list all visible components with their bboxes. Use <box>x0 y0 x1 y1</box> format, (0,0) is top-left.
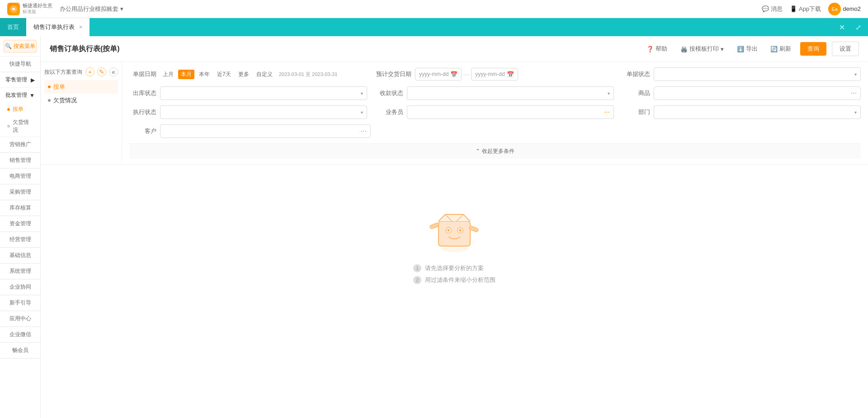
sidebar-item-order[interactable]: 按单 <box>0 103 40 116</box>
expected-date-start[interactable]: yyyy-mm-dd 📅 <box>415 68 462 81</box>
export-label: 导出 <box>746 45 758 53</box>
expected-date-end-text: yyyy-mm-dd <box>475 71 505 77</box>
sidebar-item-basic-info[interactable]: 基础信息 <box>0 248 40 264</box>
stock-calc-label: 库存核算 <box>9 204 31 211</box>
expected-date-start-text: yyyy-mm-dd <box>419 71 448 77</box>
add-scheme-button[interactable]: + <box>85 67 94 76</box>
date-btn-last-month[interactable]: 上月 <box>160 70 176 79</box>
tab-close-icon[interactable]: × <box>79 24 82 30</box>
sidebar-item-marketing[interactable]: 营销推广 <box>0 137 40 153</box>
finance-mgmt-label: 资金管理 <box>9 220 31 227</box>
app-download-button[interactable]: 📱 App下载 <box>790 5 821 13</box>
sidebar-item-purchase-mgmt[interactable]: 采购管理 <box>0 185 40 200</box>
tab-home[interactable]: 首页 <box>0 18 26 36</box>
collapse-up-icon: ⌃ <box>476 148 480 154</box>
out-stock-status-field: 出库状态 ▾ <box>129 86 367 100</box>
debt-dot-icon <box>7 125 10 128</box>
home-tab-label: 首页 <box>7 23 19 31</box>
settings-button[interactable]: 设置 <box>832 42 859 56</box>
svg-rect-7 <box>429 223 439 229</box>
page-header-actions: ❓ 帮助 🖨️ 按模板打印 ▾ ⬇️ 导出 🔄 刷新 <box>643 42 859 56</box>
sidebar-item-app-center[interactable]: 应用中心 <box>0 311 40 327</box>
app-name: 畅捷通好生意 <box>23 3 52 9</box>
expected-date-label: 预计交货日期 <box>376 70 411 78</box>
app-subtitle: 标准版 <box>23 9 52 15</box>
scheme-item-debt[interactable]: 欠货情况 <box>44 94 118 107</box>
date-range-text: 2023-03-01 至 2023-03-31 <box>279 71 338 78</box>
logo-text-area: 畅捷通好生意 标准版 <box>23 3 52 15</box>
header-left: 畅捷通好生意 标准版 办公用品行业模拟账套 ▾ <box>7 3 127 15</box>
collapse-scheme-button[interactable]: « <box>109 67 118 76</box>
sidebar-item-debt[interactable]: 欠货情况 <box>0 116 40 137</box>
sidebar-item-stock-calc[interactable]: 库存核算 <box>0 200 40 216</box>
receipt-status-select[interactable]: ▾ <box>407 86 614 100</box>
sidebar-item-enterprise-collab[interactable]: 企业协同 <box>0 280 40 295</box>
content-area: 销售订单执行表(按单) ❓ 帮助 🖨️ 按模板打印 ▾ ⬇️ 导出 <box>41 36 868 418</box>
search-menu-label: 搜索菜单 <box>14 43 35 50</box>
search-button[interactable]: 查询 <box>800 42 826 56</box>
status-select[interactable]: ▾ <box>654 67 861 81</box>
date-btn-this-year[interactable]: 本年 <box>196 70 212 79</box>
close-window-icon[interactable]: ✕ <box>835 21 848 33</box>
collapse-bar[interactable]: ⌃ 收起更多条件 <box>129 143 861 159</box>
salesperson-select[interactable]: ··· <box>407 105 614 119</box>
industry-selector[interactable]: 办公用品行业模拟账套 ▾ <box>56 5 127 13</box>
order-dot-icon <box>7 108 10 111</box>
sidebar-item-newcomer[interactable]: 新手引导 <box>0 295 40 311</box>
sidebar-item-sys-mgmt[interactable]: 系统管理 <box>0 264 40 280</box>
search-menu-button[interactable]: 🔍 搜索菜单 <box>4 40 37 52</box>
industry-arrow-icon: ▾ <box>120 5 123 12</box>
sidebar-item-ops-mgmt[interactable]: 经营管理 <box>0 232 40 248</box>
scheme-item-order[interactable]: 按单 <box>44 80 118 94</box>
department-select[interactable]: ▾ <box>654 105 861 119</box>
logo-area: 畅捷通好生意 标准版 <box>7 3 52 15</box>
header-right: 💬 消息 📱 App下载 Ea demo2 <box>762 3 861 15</box>
user-profile[interactable]: Ea demo2 <box>828 3 861 15</box>
exec-status-select[interactable]: ▾ <box>160 105 367 119</box>
scheme-label-order: 按单 <box>53 83 65 91</box>
status-chevron-icon: ▾ <box>854 72 857 77</box>
salesperson-more-icon[interactable]: ··· <box>604 108 610 116</box>
sidebar-item-enterprise-wechat[interactable]: 企业微信 <box>0 327 40 343</box>
page-title: 销售订单执行表(按单) <box>50 44 120 54</box>
tip-1-text: 请先选择要分析的方案 <box>425 264 484 272</box>
sidebar-item-retail-mgmt[interactable]: 零售管理 ▶ <box>0 72 40 88</box>
sidebar: 🔍 搜索菜单 快捷导航 零售管理 ▶ 批发管理 ▼ 按单 <box>0 36 41 418</box>
product-more-icon[interactable]: ··· <box>851 89 857 97</box>
export-button[interactable]: ⬇️ 导出 <box>733 43 761 55</box>
customer-select[interactable]: ··· <box>160 124 371 138</box>
refresh-button[interactable]: 🔄 刷新 <box>767 43 795 55</box>
top-header: 畅捷通好生意 标准版 办公用品行业模拟账套 ▾ 💬 消息 📱 App下载 Ea … <box>0 0 868 18</box>
retail-mgmt-arrow-icon: ▶ <box>31 77 35 83</box>
scheme-dot-order <box>48 86 51 88</box>
customer-more-icon[interactable]: ··· <box>361 127 367 135</box>
maximize-icon[interactable]: ⤢ <box>852 21 864 33</box>
date-btn-more[interactable]: 更多 <box>236 70 252 79</box>
sidebar-item-sales-mgmt[interactable]: 销售管理 <box>0 153 40 169</box>
sidebar-item-ecomm-mgmt[interactable]: 电商管理 <box>0 169 40 185</box>
message-button[interactable]: 💬 消息 <box>762 5 783 13</box>
exec-status-field: 执行状态 ▾ <box>129 105 367 119</box>
marketing-label: 营销推广 <box>9 141 31 147</box>
sidebar-item-quick-nav[interactable]: 快捷导航 <box>0 57 40 72</box>
sidebar-item-finance-mgmt[interactable]: 资金管理 <box>0 216 40 232</box>
scheme-label-debt: 欠货情况 <box>53 96 77 104</box>
date-btn-last-7[interactable]: 近7天 <box>214 70 234 79</box>
basic-info-label: 基础信息 <box>9 252 31 258</box>
help-button[interactable]: ❓ 帮助 <box>643 43 671 55</box>
sidebar-item-wholesale-mgmt[interactable]: 批发管理 ▼ 按单 欠货情况 <box>0 88 40 137</box>
out-stock-status-select[interactable]: ▾ <box>160 86 367 100</box>
sidebar-item-vip-member[interactable]: 畅会员 <box>0 343 40 359</box>
product-select[interactable]: ··· <box>654 86 861 100</box>
filter-scheme-title: 按以下方案查询 <box>44 68 82 76</box>
expected-date-end[interactable]: yyyy-mm-dd 📅 <box>471 68 518 81</box>
print-button[interactable]: 🖨️ 按模板打印 ▾ <box>676 43 728 55</box>
sidebar-search-area: 🔍 搜索菜单 <box>0 36 40 57</box>
date-btn-custom[interactable]: 自定义 <box>254 70 275 79</box>
enterprise-collab-label: 企业协同 <box>9 284 31 290</box>
date-btn-this-month[interactable]: 本月 <box>178 70 194 79</box>
tab-sales-order-exec[interactable]: 销售订单执行表 × <box>26 18 90 36</box>
page-container: 销售订单执行表(按单) ❓ 帮助 🖨️ 按模板打印 ▾ ⬇️ 导出 <box>41 36 868 418</box>
edit-scheme-button[interactable]: ✎ <box>97 67 106 76</box>
tab-bar-right: ✕ ⤢ <box>835 21 868 33</box>
